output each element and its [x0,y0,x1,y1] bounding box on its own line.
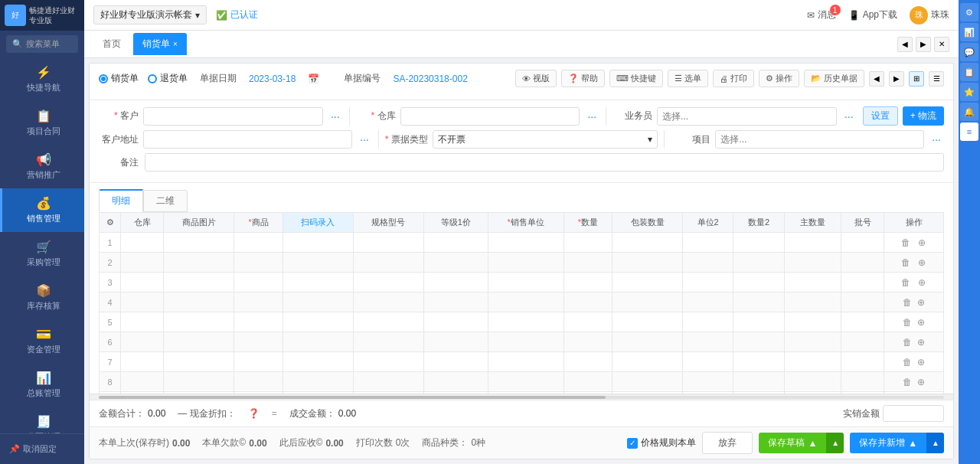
staff-dots[interactable]: ··· [841,110,857,123]
td-price1[interactable] [423,273,488,292]
td-unit[interactable] [488,233,564,253]
right-panel-icon-2[interactable]: 📊 [960,23,978,41]
td-main-qty[interactable] [784,233,841,253]
td-main-qty[interactable] [784,273,841,292]
delete-row-icon[interactable]: 🗑 [900,315,914,329]
save-new-arrow-button[interactable]: ▲ [926,433,944,453]
sidebar-item-general[interactable]: 📊 总账管理 [0,363,84,407]
warehouse-input[interactable]: 小卖仓库 [400,107,580,126]
td-import[interactable] [283,273,353,292]
td-product[interactable] [234,253,283,273]
td-warehouse[interactable] [121,273,164,292]
sidebar-item-purchase[interactable]: 🛒 采购管理 [0,232,84,276]
delete-row-icon[interactable]: 🗑 [900,375,914,389]
address-dots[interactable]: ··· [357,133,372,145]
sidebar-pin-button[interactable]: 📌 取消固定 [6,439,78,459]
nav-right-button[interactable]: ▶ [889,71,904,87]
nav-left-button[interactable]: ◀ [869,71,884,87]
shiji-input[interactable]: 0.00 [883,405,944,422]
td-qty[interactable] [564,253,612,273]
td-batch[interactable] [841,273,884,292]
view-button[interactable]: 👁 视版 [515,70,557,87]
sidebar-item-inventory[interactable]: 📦 库存核算 [0,276,84,319]
td-spec[interactable] [353,233,423,253]
right-panel-icon-5[interactable]: ⭐ [960,83,978,101]
right-panel-icon-4[interactable]: 📋 [960,63,978,81]
td-batch[interactable] [841,253,884,273]
sidebar-item-quick-nav[interactable]: ⚡ 快捷导航 [0,57,84,101]
remark-input[interactable] [145,153,944,172]
tab-close-all-button[interactable]: ✕ [934,37,949,52]
copy-row-icon[interactable]: ⊕ [914,296,928,309]
delete-row-icon[interactable]: 🗑 [899,276,913,289]
search-menu-button[interactable]: 🔍 搜索菜单 [6,35,78,53]
customer-dots[interactable]: ··· [328,110,343,123]
td-main-qty[interactable] [784,253,841,273]
save-draft-button[interactable]: 保存草稿 ▲ [759,433,826,453]
list-view-button[interactable]: ☰ [929,71,944,87]
op-button[interactable]: ⚙ 操作 [759,70,799,87]
copy-row-icon[interactable]: ⊕ [915,236,929,250]
copy-row-icon[interactable]: ⊕ [914,375,928,389]
td-batch[interactable] [841,233,884,253]
print-button[interactable]: 🖨 打印 [713,70,754,87]
tab-detail[interactable]: 明细 [99,189,143,212]
select-order-button[interactable]: ☰ 选单 [668,70,708,87]
customer-input[interactable] [143,107,323,126]
history-button[interactable]: 📂 历史单据 [804,70,864,87]
td-import[interactable] [283,253,353,273]
td-price1[interactable] [423,253,488,273]
td-warehouse[interactable] [121,253,164,273]
horizontal-scrollbar[interactable] [90,394,953,400]
help-icon-wrap[interactable]: ❓ [248,408,260,419]
sidebar-item-project[interactable]: 📋 项目合同 [0,101,84,145]
sidebar-item-capital[interactable]: 💳 资金管理 [0,319,84,363]
th-settings[interactable]: ⚙ [100,213,121,233]
add-logistics-button[interactable]: + 物流 [903,106,944,126]
user-menu[interactable]: 珠 珠珠 [910,6,949,25]
tab-sale-order[interactable]: 销货单 × [133,33,187,55]
invoice-select[interactable]: 不开票 ▾ [433,130,658,149]
td-qty[interactable] [564,273,612,292]
td-product[interactable] [234,273,283,292]
app-download-button[interactable]: 📱 App下载 [848,8,897,21]
tab-home[interactable]: 首页 [93,33,130,55]
project-input[interactable] [715,130,924,149]
td-spec[interactable] [353,253,423,273]
td-pack-qty[interactable] [612,233,683,253]
message-button[interactable]: ✉ 消息 1 [807,8,836,21]
delete-row-icon[interactable]: 🗑 [900,355,914,369]
sidebar-item-sales[interactable]: 💰 销售管理 [0,188,84,232]
copy-row-icon[interactable]: ⊕ [914,355,928,369]
right-panel-icon-7[interactable]: ≡ [960,123,978,141]
td-qty2[interactable] [733,273,784,292]
td-qty2[interactable] [733,253,784,273]
td-price1[interactable] [423,233,488,253]
td-import[interactable] [283,233,353,253]
copy-row-icon[interactable]: ⊕ [915,256,929,270]
settings-button[interactable]: 设置 [863,106,898,126]
address-input[interactable] [143,130,352,149]
td-unit2[interactable] [682,233,733,253]
tab-prev-button[interactable]: ◀ [897,37,913,52]
help-button[interactable]: ❓ 帮助 [561,70,605,87]
project-dots[interactable]: ··· [929,133,944,145]
td-unit2[interactable] [682,273,733,292]
sidebar-item-invoice[interactable]: 🧾 发票管理 [0,407,84,433]
tab-next-button[interactable]: ▶ [916,37,931,52]
right-panel-icon-3[interactable]: 💬 [960,43,978,61]
td-qty2[interactable] [733,233,784,253]
grid-view-button[interactable]: ⊞ [909,71,924,87]
delete-row-icon[interactable]: 🗑 [899,236,913,250]
td-unit[interactable] [488,253,564,273]
radio-sale[interactable]: 销货单 [99,72,139,85]
td-pack-qty[interactable] [612,273,683,292]
shortcut-button[interactable]: ⌨ 快捷键 [609,70,663,87]
price-rule-checkbox[interactable]: 价格规则本单 [627,436,696,449]
td-qty[interactable] [564,233,612,253]
delete-row-icon[interactable]: 🗑 [899,256,913,270]
save-draft-arrow-button[interactable]: ▲ [826,433,844,453]
td-warehouse[interactable] [121,233,164,253]
td-pack-qty[interactable] [612,253,683,273]
right-panel-icon-1[interactable]: ⚙ [960,3,978,21]
